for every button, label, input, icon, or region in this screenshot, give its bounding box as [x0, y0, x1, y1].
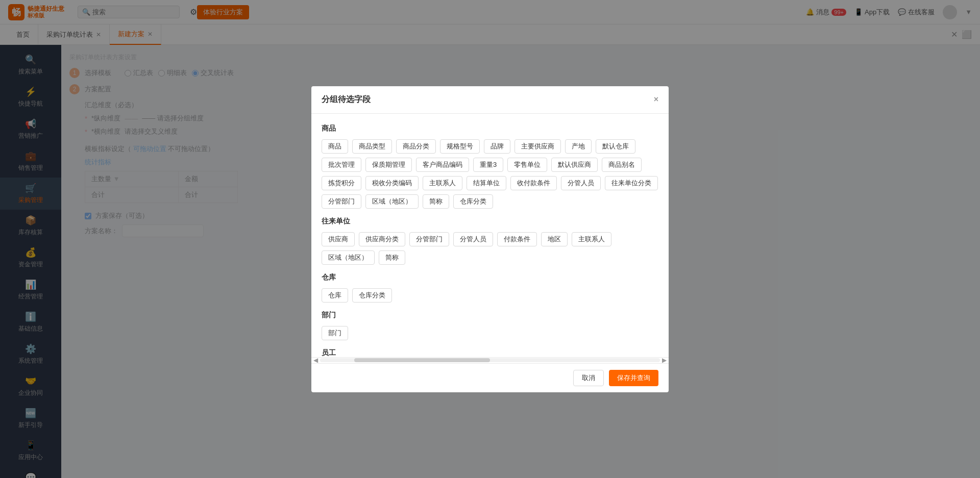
field-tag[interactable]: 商品类型	[352, 139, 392, 154]
field-tag[interactable]: 仓库分类	[352, 288, 392, 303]
hscroll-track[interactable]	[320, 358, 660, 362]
field-tag[interactable]: 主要供应商	[514, 139, 561, 154]
field-tag[interactable]: 简称	[423, 194, 449, 209]
group-title-staff: 员工	[322, 348, 658, 357]
field-tag[interactable]: 商品	[322, 139, 348, 154]
field-tag[interactable]: 默认仓库	[596, 139, 635, 154]
hscroll-thumb[interactable]	[354, 358, 490, 362]
save-query-button[interactable]: 保存并查询	[609, 370, 658, 386]
field-tag[interactable]: 客户商品编码	[416, 158, 469, 172]
field-tag[interactable]: 仓库分类	[453, 194, 493, 209]
modal-dialog: 分组待选字段 × 商品 商品 商品类型 商品分类 规格型号 品牌 主要供应商 产…	[311, 86, 669, 392]
field-tag[interactable]: 品牌	[484, 139, 510, 154]
field-tag[interactable]: 分管部门	[409, 232, 449, 246]
field-tag[interactable]: 批次管理	[322, 158, 361, 172]
field-tag[interactable]: 重量3	[473, 158, 503, 172]
group-title-department: 部门	[322, 311, 658, 320]
field-tag[interactable]: 付款条件	[497, 232, 537, 246]
modal-footer: 取消 保存并查询	[311, 363, 669, 392]
modal-header: 分组待选字段 ×	[311, 86, 669, 114]
field-tag[interactable]: 主联系人	[423, 176, 462, 190]
group-title-goods: 商品	[322, 124, 658, 133]
field-tag[interactable]: 仓库	[322, 288, 348, 303]
modal-hscroll[interactable]: ◀ ▶	[311, 357, 669, 363]
field-tag[interactable]: 产地	[565, 139, 592, 154]
cancel-button[interactable]: 取消	[573, 370, 604, 386]
field-tag[interactable]: 收付款条件	[510, 176, 557, 190]
field-tag[interactable]: 部门	[322, 326, 348, 340]
field-tag[interactable]: 供应商	[322, 232, 355, 246]
field-tag[interactable]: 地区	[541, 232, 568, 246]
group-title-partners: 往来单位	[322, 217, 658, 226]
department-fields: 部门	[322, 326, 658, 340]
field-tag[interactable]: 区域（地区）	[322, 250, 375, 265]
partners-fields: 供应商 供应商分类 分管部门 分管人员 付款条件 地区 主联系人 区域（地区） …	[322, 232, 658, 265]
field-tag[interactable]: 简称	[379, 250, 405, 265]
field-tag[interactable]: 商品别名	[602, 158, 642, 172]
warehouse-fields: 仓库 仓库分类	[322, 288, 658, 303]
field-tag[interactable]: 分管人员	[453, 232, 493, 246]
field-tag[interactable]: 分管人员	[561, 176, 601, 190]
field-tag[interactable]: 商品分类	[396, 139, 436, 154]
field-tag[interactable]: 拣货积分	[322, 176, 361, 190]
modal-body[interactable]: 商品 商品 商品类型 商品分类 规格型号 品牌 主要供应商 产地 默认仓库 批次…	[311, 114, 669, 357]
field-tag[interactable]: 规格型号	[440, 139, 480, 154]
field-tag[interactable]: 结算单位	[467, 176, 506, 190]
field-tag[interactable]: 区域（地区）	[365, 194, 419, 209]
modal-overlay: 分组待选字段 × 商品 商品 商品类型 商品分类 规格型号 品牌 主要供应商 产…	[0, 0, 980, 478]
field-tag[interactable]: 分管部门	[322, 194, 361, 209]
goods-fields: 商品 商品类型 商品分类 规格型号 品牌 主要供应商 产地 默认仓库 批次管理 …	[322, 139, 658, 209]
field-tag[interactable]: 供应商分类	[359, 232, 405, 246]
modal-close-button[interactable]: ×	[654, 95, 658, 104]
field-tag[interactable]: 往来单位分类	[605, 176, 658, 190]
group-title-warehouse: 仓库	[322, 273, 658, 282]
field-tag[interactable]: 税收分类编码	[365, 176, 419, 190]
field-tag[interactable]: 保质期管理	[365, 158, 412, 172]
field-tag[interactable]: 默认供应商	[551, 158, 598, 172]
modal-title: 分组待选字段	[322, 94, 371, 105]
field-tag[interactable]: 零售单位	[507, 158, 547, 172]
field-tag[interactable]: 主联系人	[572, 232, 611, 246]
